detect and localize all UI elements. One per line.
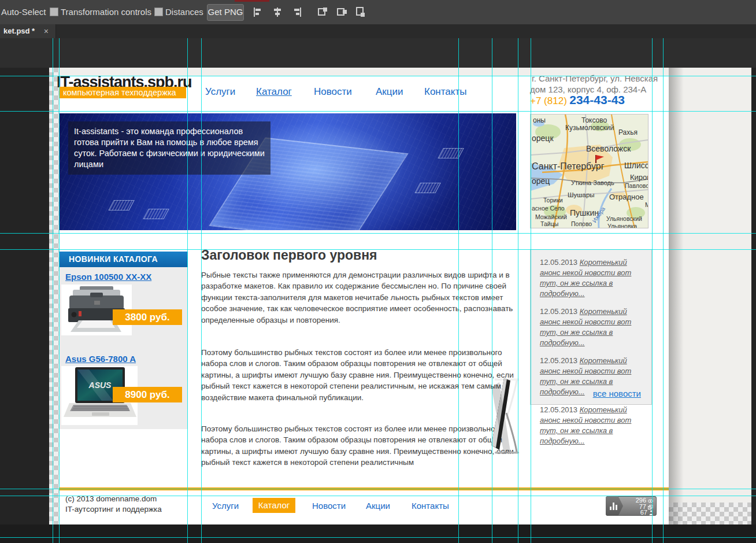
- align-top-icon[interactable]: [317, 6, 328, 18]
- guide-vertical[interactable]: [458, 38, 459, 543]
- map-label: Рахья: [618, 128, 638, 136]
- footer-nav-novosti[interactable]: Новости: [312, 501, 346, 511]
- toolbar: Auto-Select Transformation controls Dist…: [0, 0, 756, 25]
- align-middle-icon[interactable]: [336, 6, 348, 18]
- transformation-controls-checkbox[interactable]: [50, 8, 58, 16]
- map-label: Токсово: [581, 116, 607, 124]
- nav-item-kontakty[interactable]: Контакты: [424, 86, 466, 98]
- news-panel: 12.05.2013 Коротенький анонс некой новос…: [530, 249, 652, 405]
- map-label: Санкт-Петербург: [532, 161, 605, 171]
- align-left-icon[interactable]: [252, 6, 264, 18]
- visit-counter-badge[interactable]: 2967767: [606, 496, 657, 516]
- news-date: 12.05.2013: [540, 307, 580, 316]
- guide-vertical[interactable]: [518, 38, 518, 543]
- guide-horizontal[interactable]: [0, 249, 756, 250]
- guide-vertical[interactable]: [201, 38, 202, 543]
- tab-title: ket.psd *: [3, 27, 35, 35]
- guide-horizontal[interactable]: [0, 489, 756, 489]
- guide-horizontal[interactable]: [0, 111, 756, 112]
- footer-nav-uslugi[interactable]: Услуги: [212, 501, 239, 511]
- news-item: 12.05.2013 Коротенький анонс некой новос…: [540, 306, 643, 348]
- align-center-horizontal-icon[interactable]: [272, 6, 283, 18]
- map-label: Попово: [571, 220, 592, 227]
- pasteboard-top: [0, 38, 756, 68]
- distances-checkbox[interactable]: [154, 8, 163, 16]
- news-date: 12.05.2013: [540, 258, 580, 267]
- guide-vertical[interactable]: [492, 38, 492, 543]
- article-paragraph: Поэтому большинство рыбных текстов состо…: [201, 347, 518, 403]
- align-right-icon[interactable]: [291, 6, 303, 18]
- phone-code: +7 (812): [530, 95, 567, 106]
- map-label: Уткина Заводь: [571, 179, 614, 186]
- tab-close-icon[interactable]: ×: [44, 24, 49, 38]
- nav-item-akcii[interactable]: Акции: [376, 86, 403, 98]
- map-label: Павлово: [625, 182, 648, 189]
- map-label: Торики: [543, 197, 563, 204]
- counter-row: 67: [636, 509, 653, 516]
- article-paragraph: Поэтому большинство рыбных текстов состо…: [201, 423, 518, 468]
- nav-item-uslugi[interactable]: Услуги: [205, 86, 235, 98]
- site-logo-subtitle: компьютерная техподдержка: [60, 87, 186, 98]
- map-label: Ульяновка: [607, 223, 637, 228]
- product-link-asus[interactable]: Asus G56-7800 A: [65, 354, 136, 364]
- counter-chart-icon: [606, 496, 623, 516]
- map-label: Ульяновский: [606, 215, 642, 222]
- auto-select-label: Auto-Select: [1, 7, 46, 17]
- svg-text:ASUS: ASUS: [88, 381, 112, 390]
- address-line1: г. Санкт-Петербург, ул. Невская: [532, 73, 658, 83]
- map-label: Кузьмоловский: [565, 124, 614, 132]
- footer-nav-akcii[interactable]: Акции: [366, 501, 390, 511]
- guide-horizontal[interactable]: [0, 537, 756, 538]
- location-map: оныТоксовоКузьмоловскийРахьяорецкВсеволо…: [530, 114, 648, 228]
- guide-vertical[interactable]: [59, 38, 60, 543]
- price-tag-epson: 3800 руб.: [113, 309, 182, 325]
- news-item: 12.05.2013 Коротенький анонс некой новос…: [540, 405, 643, 446]
- align-bottom-icon[interactable]: [355, 6, 366, 18]
- red-strip: [235, 0, 269, 2]
- transformation-controls-label: Transformation controls: [61, 7, 151, 17]
- catalog-panel-header: НОВИНКИ КАТАЛОГА: [59, 252, 188, 267]
- guide-vertical[interactable]: [53, 38, 53, 543]
- price-tag-asus: 8900 руб.: [113, 387, 182, 402]
- guide-vertical[interactable]: [187, 38, 188, 543]
- map-label: Шлиссе: [624, 161, 648, 170]
- map-label: Киров: [630, 173, 648, 182]
- map-label: асное Село: [532, 205, 565, 212]
- map-label: орец: [532, 176, 550, 186]
- product-link-epson[interactable]: Epson 100500 XX-XX: [65, 272, 151, 282]
- transparency-checker-left: [49, 68, 59, 524]
- page-shadow: [669, 68, 684, 524]
- phone-number: 234-43-43: [569, 93, 625, 106]
- article-paragraph: Рыбные тексты также применяются для демо…: [201, 269, 518, 326]
- guide-horizontal[interactable]: [0, 496, 756, 496]
- guide-vertical[interactable]: [652, 38, 653, 543]
- news-date: 12.05.2013: [540, 356, 580, 365]
- map-label: Отрадное: [609, 193, 644, 201]
- app-window: Auto-Select Transformation controls Dist…: [0, 0, 756, 543]
- map-label: Тайцы: [540, 220, 558, 227]
- all-news-link[interactable]: все новости: [593, 389, 641, 398]
- phone: +7 (812) 234-43-43: [530, 93, 625, 107]
- footer-nav-katalog[interactable]: Каталог: [253, 498, 295, 513]
- guide-vertical[interactable]: [663, 38, 664, 543]
- nav-item-katalog[interactable]: Каталог: [256, 86, 292, 98]
- map-label: М: [645, 201, 648, 208]
- guide-horizontal[interactable]: [0, 76, 756, 76]
- page-title: Заголовок первого уровня: [201, 248, 377, 263]
- guide-horizontal[interactable]: [0, 233, 756, 234]
- map-label: Шушары: [568, 191, 595, 198]
- tab-bar: ket.psd * ×: [0, 24, 756, 38]
- guide-vertical[interactable]: [531, 38, 531, 543]
- map-label: орецк: [532, 134, 554, 143]
- distances-label: Distances: [165, 7, 203, 17]
- footer-nav-kontakty[interactable]: Контакты: [412, 501, 449, 511]
- banner-caption: It-assistants - это команда профессионал…: [68, 121, 270, 175]
- pasteboard-bottom: [0, 524, 756, 543]
- map-label: Можайский: [535, 213, 567, 220]
- map-label: Всеволожск: [586, 144, 631, 153]
- get-png-button[interactable]: Get PNG: [207, 4, 244, 21]
- nav-item-novosti[interactable]: Новости: [314, 86, 352, 98]
- document-tab[interactable]: ket.psd * ×: [0, 24, 56, 38]
- map-label: оны: [533, 116, 546, 124]
- news-date: 12.05.2013: [540, 405, 580, 414]
